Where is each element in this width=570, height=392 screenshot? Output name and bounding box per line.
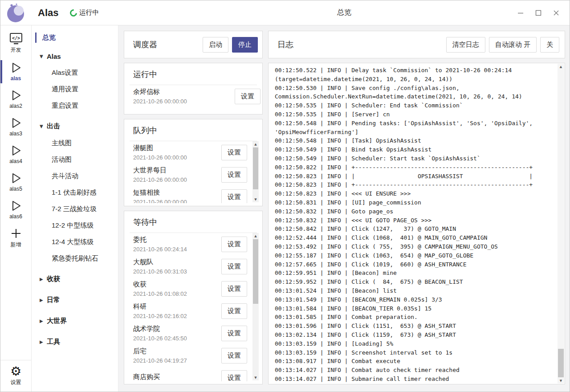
task-name: 大舰队 bbox=[133, 258, 218, 266]
task-info: 大世界每日 2021-10-26 00:00:00 bbox=[133, 166, 218, 184]
rail-item-alas2[interactable]: alas2 bbox=[0, 86, 31, 113]
pending-panel: 队列中 潜艇图 2021-10-26 00:00:00 设置 大世界每 bbox=[124, 119, 263, 206]
task-row: 余烬信标 2021-10-26 00:00:00 设置 bbox=[124, 85, 262, 107]
menu-group-reward[interactable]: ▶ 收获 bbox=[32, 270, 118, 288]
rail-item-alas[interactable]: alas bbox=[0, 58, 31, 86]
menu-group-opsi[interactable]: ▶ 大世界 bbox=[32, 312, 118, 330]
rail-item-add[interactable]: 新增 bbox=[0, 224, 31, 253]
task-setting-button[interactable]: 设置 bbox=[221, 167, 247, 183]
rail-item-label: alas6 bbox=[9, 213, 22, 220]
menu-item[interactable]: 12-2 中型练级 bbox=[32, 217, 118, 234]
play-icon bbox=[10, 116, 22, 130]
task-setting-button[interactable]: 设置 bbox=[221, 259, 247, 274]
rail-item-label: alas3 bbox=[9, 131, 22, 137]
log-line: 00:12:59.951 | INFO | [Beacon] mine bbox=[275, 269, 558, 278]
scrollbar-thumb[interactable] bbox=[253, 147, 258, 189]
menu-group-sortie[interactable]: ▼ 出击 bbox=[32, 118, 118, 135]
log-line: 00:12:50.822 | INFO | +-----------------… bbox=[275, 163, 558, 172]
log-line: 00:12:50.549 | INFO | Bind task OpsiAshA… bbox=[275, 145, 558, 154]
task-setting-button[interactable]: 设置 bbox=[221, 145, 247, 160]
minimize-button[interactable] bbox=[512, 4, 529, 22]
task-time: 2021-10-26 00:24:14 bbox=[133, 246, 218, 253]
log-line: 00:13:01.596 | INFO | Click (1151, 653) … bbox=[275, 322, 558, 331]
task-name: 短猫相接 bbox=[133, 188, 218, 196]
menu-item[interactable]: 重启设置 bbox=[32, 98, 118, 114]
waiting-title: 等待中 bbox=[124, 211, 262, 233]
task-row: 委托 2021-10-26 00:24:14 设置 bbox=[124, 233, 249, 255]
menu-item[interactable]: 共斗活动 bbox=[32, 168, 118, 184]
log-line: 00:12:50.832 | INFO | <<< UI GOTO PAGE_O… bbox=[275, 216, 558, 225]
rail-item-dev[interactable]: </> 开发 bbox=[0, 29, 31, 58]
gear-icon: ⚙ bbox=[10, 365, 21, 378]
waiting-scrollbar[interactable]: ▲ ▼ bbox=[252, 233, 259, 380]
scroll-up-icon[interactable]: ▲ bbox=[558, 64, 564, 69]
task-setting-button[interactable]: 设置 bbox=[221, 281, 247, 297]
task-time: 2021-10-26 00:00:00 bbox=[133, 176, 218, 184]
stop-button[interactable]: 停止 bbox=[232, 37, 258, 53]
log-line: 00:12:50.535 | INFO | Scheduler: End tas… bbox=[275, 101, 558, 110]
autoscroll-on-button[interactable]: 自动滚动 开 bbox=[489, 37, 537, 53]
log-scrollbar[interactable]: ▲ ▼ bbox=[558, 64, 564, 384]
maximize-button[interactable] bbox=[529, 4, 547, 22]
menu-group-label: 大世界 bbox=[47, 317, 67, 325]
close-button[interactable] bbox=[547, 4, 565, 22]
task-name: 余烬信标 bbox=[133, 88, 231, 96]
menu-item[interactable]: 活动图 bbox=[32, 151, 118, 168]
pending-title: 队列中 bbox=[124, 119, 262, 141]
menu-item[interactable]: 主线图 bbox=[32, 135, 118, 151]
scrollbar-thumb[interactable] bbox=[253, 239, 258, 304]
task-info: 委托 2021-10-26 00:24:14 bbox=[133, 236, 218, 253]
clear-log-button[interactable]: 清空日志 bbox=[446, 37, 485, 53]
rail-item-alas5[interactable]: alas5 bbox=[0, 168, 31, 196]
pending-scrollbar[interactable]: ▲ ▼ bbox=[252, 141, 259, 202]
start-button[interactable]: 启动 bbox=[203, 37, 228, 53]
running-panel: 运行中 余烬信标 2021-10-26 00:00:00 设置 bbox=[124, 63, 263, 114]
rail-item-label: alas2 bbox=[9, 103, 22, 109]
scroll-down-icon[interactable]: ▼ bbox=[558, 378, 564, 384]
menu-item-overview[interactable]: 总览 bbox=[32, 32, 118, 44]
chevron-right-icon: ▶ bbox=[40, 318, 47, 323]
scroll-down-icon[interactable]: ▼ bbox=[252, 375, 259, 380]
log-line: (target=datetime.datetime(2021, 10, 26, … bbox=[275, 75, 558, 84]
rail-item-alas6[interactable]: alas6 bbox=[0, 196, 31, 224]
log-line: 00:13:03.159 | INFO | [Loading] 5% bbox=[275, 339, 558, 348]
task-name: 商店购买 bbox=[133, 373, 218, 381]
task-setting-button[interactable]: 设置 bbox=[221, 370, 247, 382]
scrollbar-thumb[interactable] bbox=[558, 349, 564, 377]
task-setting-button[interactable]: 设置 bbox=[221, 326, 247, 341]
scroll-up-icon[interactable]: ▲ bbox=[252, 233, 259, 239]
log-line: 00:13:08.917 | INFO | Combat execute bbox=[275, 357, 558, 366]
menu-group-tool[interactable]: ▶ 工具 bbox=[32, 333, 118, 351]
task-time: 2021-10-26 04:19:27 bbox=[133, 357, 218, 364]
menu-sublist: Alas设置通用设置重启设置 bbox=[32, 65, 118, 114]
task-row: 短猫相接 2021-10-26 00:00:00 设置 bbox=[124, 186, 249, 203]
menu-item[interactable]: 紧急委托刷钻石 bbox=[32, 250, 118, 267]
log-line: 00:12:50.522 | INFO | Delay task `Commis… bbox=[275, 66, 558, 75]
log-line: 00:12:50.823 | INFO | | OPSIASHASSIST | bbox=[275, 172, 558, 181]
task-setting-button[interactable]: 设置 bbox=[221, 348, 247, 363]
alas-logo-icon bbox=[5, 2, 26, 24]
menu-group-alas[interactable]: ▼ Alas bbox=[32, 48, 118, 65]
task-setting-button[interactable]: 设置 bbox=[221, 237, 247, 252]
rail-item-label: alas5 bbox=[9, 186, 22, 192]
menu-item[interactable]: 7-2 三战捡垃圾 bbox=[32, 201, 118, 217]
task-time: 2021-10-26 00:31:03 bbox=[133, 268, 218, 275]
rail-item-label: 开发 bbox=[11, 46, 21, 54]
menu-item[interactable]: 12-4 大型练级 bbox=[32, 234, 118, 250]
log-line: 00:13:14.027 | INFO | Combat auto check … bbox=[275, 366, 558, 375]
scroll-up-icon[interactable]: ▲ bbox=[252, 141, 259, 147]
task-setting-button[interactable]: 设置 bbox=[235, 89, 261, 104]
menu-group-daily[interactable]: ▶ 日常 bbox=[32, 291, 118, 309]
menu-item[interactable]: 通用设置 bbox=[32, 81, 118, 98]
task-setting-button[interactable]: 设置 bbox=[221, 303, 247, 319]
autoscroll-off-button[interactable]: 关 bbox=[540, 37, 559, 53]
waiting-list: 委托 2021-10-26 00:24:14 设置 大舰队 2021-10-26… bbox=[124, 233, 249, 381]
task-info: 商店购买 bbox=[133, 373, 218, 382]
rail-item-alas3[interactable]: alas3 bbox=[0, 113, 31, 141]
menu-item[interactable]: 1-1 伏击刷好感 bbox=[32, 184, 118, 201]
task-setting-button[interactable]: 设置 bbox=[221, 189, 247, 204]
scroll-down-icon[interactable]: ▼ bbox=[252, 196, 259, 202]
rail-item-settings[interactable]: ⚙ 设置 bbox=[0, 360, 31, 392]
menu-item[interactable]: Alas设置 bbox=[32, 65, 118, 81]
rail-item-alas4[interactable]: alas4 bbox=[0, 141, 31, 168]
